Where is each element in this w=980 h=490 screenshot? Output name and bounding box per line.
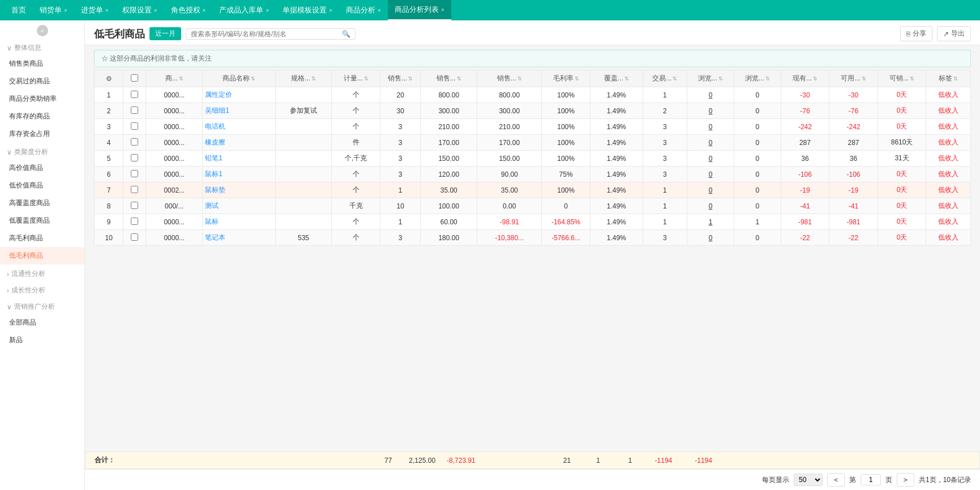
cell-tag: 低收入 — [926, 151, 971, 167]
nav-close-icon[interactable]: × — [266, 7, 269, 14]
nav-item-单据模板设置[interactable]: 单据模板设置× — [276, 0, 339, 20]
cell-browse1[interactable]: 0 — [687, 198, 734, 214]
cell-check[interactable] — [123, 87, 146, 103]
sidebar-item-全部商品[interactable]: 全部商品 — [0, 314, 84, 331]
cell-browse1[interactable]: 0 — [687, 103, 734, 119]
nav-item-商品分析[interactable]: 商品分析× — [339, 0, 388, 20]
sidebar-item-商品分类助销率[interactable]: 商品分类助销率 — [0, 90, 84, 108]
nav-close-icon[interactable]: × — [203, 7, 206, 14]
sidebar-collapse-button[interactable]: « — [37, 25, 48, 36]
cell-sale-price: 100.00 — [421, 198, 477, 214]
nav-close-icon[interactable]: × — [329, 7, 332, 14]
cell-check[interactable] — [123, 119, 146, 135]
cell-name[interactable]: 鼠标 — [203, 214, 275, 230]
cell-browse1[interactable]: 0 — [687, 119, 734, 135]
row-checkbox[interactable] — [131, 91, 138, 98]
check-all[interactable] — [131, 74, 138, 82]
sidebar-item-高毛利商品[interactable]: 高毛利商品 — [0, 229, 84, 247]
th-settings[interactable]: ⚙ — [95, 70, 123, 87]
cell-check[interactable] — [123, 103, 146, 119]
cell-name[interactable]: 铅笔1 — [203, 151, 275, 167]
cell-browse1[interactable]: 0 — [687, 87, 734, 103]
sidebar-item-低毛利商品[interactable]: 低毛利商品 — [0, 247, 84, 265]
cell-salable: 0天 — [878, 103, 926, 119]
nav-item-权限设置[interactable]: 权限设置× — [115, 0, 164, 20]
sidebar-item-高覆盖度商品[interactable]: 高覆盖度商品 — [0, 194, 84, 212]
sidebar-item-库存资金占用[interactable]: 库存资金占用 — [0, 125, 84, 143]
cell-salable: 0天 — [878, 230, 926, 246]
nav-close-icon[interactable]: × — [105, 7, 109, 14]
nav-close-icon[interactable]: × — [441, 7, 444, 13]
sidebar-item-低覆盖度商品[interactable]: 低覆盖度商品 — [0, 212, 84, 229]
th-check[interactable] — [123, 70, 146, 87]
sidebar-group-arrow-icon: › — [7, 287, 9, 295]
cell-name[interactable]: 测试 — [203, 198, 275, 214]
cell-margin: 1.49% — [590, 198, 643, 214]
page-label: 第 — [849, 475, 856, 485]
row-checkbox[interactable] — [131, 218, 138, 225]
sidebar-item-交易过的商品[interactable]: 交易过的商品 — [0, 73, 84, 90]
page-number-input[interactable] — [861, 474, 881, 485]
cell-browse1[interactable]: 0 — [687, 135, 734, 151]
cell-check[interactable] — [123, 214, 146, 230]
cell-check[interactable] — [123, 230, 146, 246]
search-icon[interactable]: 🔍 — [342, 30, 350, 38]
cell-tx: 1 — [643, 198, 687, 214]
nav-close-icon[interactable]: × — [64, 7, 67, 14]
row-checkbox[interactable] — [131, 154, 138, 161]
sidebar-group-arrow-icon: › — [7, 270, 9, 278]
nav-item-产成品入库单[interactable]: 产成品入库单× — [212, 0, 276, 20]
cell-name[interactable]: 橡皮擦 — [203, 135, 275, 151]
sidebar-group-1: ∨类聚度分析高价值商品低价值商品高覆盖度商品低覆盖度商品高毛利商品低毛利商品 — [0, 143, 84, 265]
cell-check[interactable] — [123, 198, 146, 214]
row-checkbox[interactable] — [131, 138, 138, 146]
sidebar-group-label-3[interactable]: ›成长性分析 — [0, 281, 84, 297]
sidebar-group-label-1[interactable]: ∨类聚度分析 — [0, 143, 84, 159]
row-checkbox[interactable] — [131, 186, 138, 193]
cell-name[interactable]: 鼠标1 — [203, 167, 275, 182]
th-gross: 毛利率⇅ — [542, 70, 590, 87]
row-checkbox[interactable] — [131, 233, 138, 241]
cell-browse1[interactable]: 0 — [687, 151, 734, 167]
sidebar-item-销售类商品[interactable]: 销售类商品 — [0, 55, 84, 73]
sidebar-item-低价值商品[interactable]: 低价值商品 — [0, 177, 84, 194]
export-button[interactable]: ↗ 导出 — [937, 26, 971, 41]
search-input[interactable] — [191, 30, 342, 38]
table-container[interactable]: ⚙ 商...⇅ 商品名称⇅ 规格...⇅ 计量...⇅ 销售...⇅ 销售...… — [85, 70, 980, 451]
sidebar-group-label-4[interactable]: ∨营销推广分析 — [0, 297, 84, 314]
row-checkbox[interactable] — [131, 170, 138, 177]
nav-item-首页[interactable]: 首页 — [5, 0, 33, 20]
next-page-button[interactable]: ＞ — [897, 473, 914, 487]
nav-item-角色授权[interactable]: 角色授权× — [164, 0, 213, 20]
sidebar-item-有库存的商品[interactable]: 有库存的商品 — [0, 108, 84, 125]
row-checkbox[interactable] — [131, 202, 138, 209]
cell-check[interactable] — [123, 182, 146, 198]
nav-item-销货单[interactable]: 销货单× — [33, 0, 74, 20]
row-checkbox[interactable] — [131, 122, 138, 130]
nav-close-icon[interactable]: × — [378, 7, 381, 14]
cell-name[interactable]: 笔记本 — [203, 230, 275, 246]
cell-browse1[interactable]: 0 — [687, 230, 734, 246]
per-page-select[interactable]: 50 100 200 — [794, 474, 823, 486]
date-filter-button[interactable]: 近一月 — [149, 27, 181, 40]
share-button[interactable]: ⎘ 分享 — [900, 26, 932, 41]
sidebar-item-高价值商品[interactable]: 高价值商品 — [0, 159, 84, 177]
nav-close-icon[interactable]: × — [154, 7, 157, 14]
cell-check[interactable] — [123, 151, 146, 167]
nav-item-进货单[interactable]: 进货单× — [74, 0, 115, 20]
cell-name[interactable]: 鼠标垫 — [203, 182, 275, 198]
cell-name[interactable]: 属性定价 — [203, 87, 275, 103]
sidebar-group-label-0[interactable]: ∨整体信息 — [0, 39, 84, 55]
nav-item-商品分析列表[interactable]: 商品分析列表× — [388, 0, 451, 20]
cell-browse1[interactable]: 1 — [687, 214, 734, 230]
cell-check[interactable] — [123, 167, 146, 182]
cell-browse1[interactable]: 0 — [687, 167, 734, 182]
prev-page-button[interactable]: ＜ — [827, 473, 845, 487]
row-checkbox[interactable] — [131, 106, 138, 114]
cell-name[interactable]: 电话机 — [203, 119, 275, 135]
cell-name[interactable]: 吴细细1 — [203, 103, 275, 119]
cell-check[interactable] — [123, 135, 146, 151]
sidebar-item-新品[interactable]: 新品 — [0, 331, 84, 349]
cell-browse1[interactable]: 0 — [687, 182, 734, 198]
sidebar-group-label-2[interactable]: ›流通性分析 — [0, 265, 84, 281]
